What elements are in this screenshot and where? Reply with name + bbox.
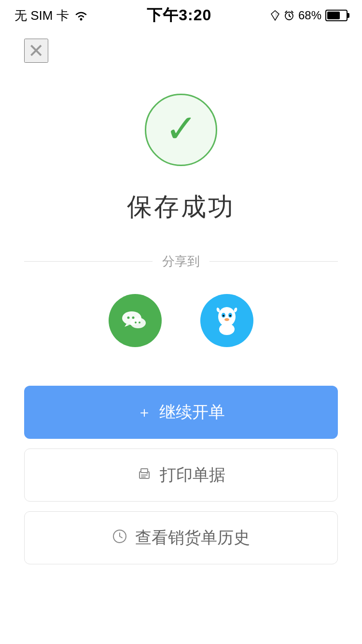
svg-rect-20 bbox=[141, 475, 148, 476]
svg-rect-19 bbox=[141, 469, 148, 473]
print-label: 打印单据 bbox=[160, 464, 225, 486]
svg-point-5 bbox=[132, 316, 134, 319]
svg-point-11 bbox=[223, 315, 224, 317]
svg-point-3 bbox=[130, 318, 146, 328]
svg-point-6 bbox=[135, 322, 137, 323]
qq-icon bbox=[212, 305, 241, 336]
view-history-button[interactable]: 查看销货单历史 bbox=[24, 511, 338, 564]
svg-point-15 bbox=[222, 325, 232, 333]
share-icons-container bbox=[109, 294, 253, 347]
print-receipt-button[interactable]: 打印单据 bbox=[24, 448, 338, 502]
success-title: 保存成功 bbox=[127, 190, 235, 224]
divider-left bbox=[24, 261, 153, 262]
success-icon-circle: ✓ bbox=[145, 94, 217, 166]
share-label: 分享到 bbox=[162, 253, 200, 270]
status-right: 68% bbox=[270, 9, 348, 22]
continue-order-button[interactable]: ＋ 继续开单 bbox=[24, 386, 338, 439]
battery-percent: 68% bbox=[298, 9, 321, 22]
carrier-text: 无 SIM 卡 bbox=[14, 7, 69, 24]
continue-order-label: 继续开单 bbox=[159, 401, 225, 423]
alarm-icon bbox=[284, 10, 294, 21]
close-button[interactable]: ✕ bbox=[24, 39, 48, 63]
checkmark-icon: ✓ bbox=[165, 110, 197, 148]
wechat-share-button[interactable] bbox=[109, 294, 162, 347]
status-carrier: 无 SIM 卡 bbox=[14, 7, 88, 24]
wifi-icon bbox=[74, 10, 88, 21]
svg-point-12 bbox=[229, 315, 231, 317]
action-buttons: ＋ 继续开单 打印单据 查看销货单历史 bbox=[24, 386, 338, 564]
plus-icon: ＋ bbox=[137, 403, 152, 422]
svg-rect-21 bbox=[141, 476, 146, 477]
svg-point-13 bbox=[224, 318, 229, 321]
svg-point-22 bbox=[147, 472, 148, 474]
share-divider: 分享到 bbox=[24, 253, 338, 270]
status-time: 下午3:20 bbox=[147, 5, 211, 26]
location-icon bbox=[270, 10, 280, 21]
printer-icon bbox=[137, 466, 152, 485]
main-content: ✓ 保存成功 分享到 bbox=[0, 31, 362, 564]
divider-right bbox=[209, 261, 338, 262]
battery-indicator bbox=[325, 10, 348, 21]
svg-point-4 bbox=[127, 316, 129, 319]
svg-point-7 bbox=[139, 322, 140, 323]
wechat-icon bbox=[120, 308, 151, 334]
status-bar: 无 SIM 卡 下午3:20 68% bbox=[0, 0, 362, 31]
history-icon bbox=[112, 529, 127, 547]
history-label: 查看销货单历史 bbox=[135, 527, 250, 549]
close-icon: ✕ bbox=[28, 41, 44, 60]
qq-share-button[interactable] bbox=[200, 294, 253, 347]
svg-point-0 bbox=[80, 18, 82, 21]
